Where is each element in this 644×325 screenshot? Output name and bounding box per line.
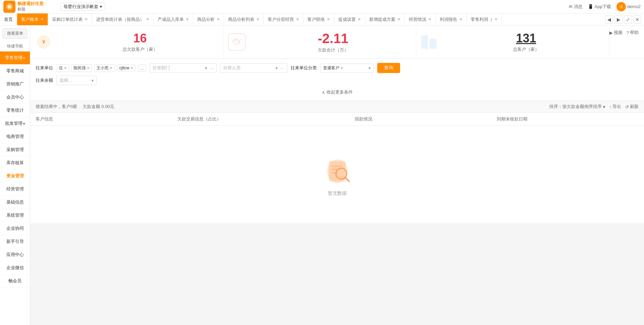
table-header: 客户信息 欠款交易信息（占比） 回款情况 到期未收款日期 <box>30 113 644 126</box>
tab-close-all-button[interactable]: ✕ <box>633 15 641 24</box>
col-header-date: 到期未收款日期 <box>497 116 639 122</box>
tab-close-product-analysis[interactable]: ✕ <box>217 17 220 22</box>
chevron-down-icon: ▾ <box>369 66 371 71</box>
tab-customer-contact[interactable]: 客户联络 ✕ <box>303 13 334 26</box>
dept-clear-icon[interactable]: ··· <box>210 66 214 71</box>
unit-category-select[interactable]: 普通客户 ✕ ▾ <box>320 64 374 73</box>
tag-close-wu[interactable]: ✕ <box>64 66 67 70</box>
message-button[interactable]: ✉ 消息 <box>569 4 583 10</box>
stats-middle-icon <box>227 32 247 52</box>
stats-bar: ¥ 16 总欠款客户（家） -2.11 欠款合计（万） <box>30 26 644 59</box>
tab-retail-profit[interactable]: 零售利润（ ✕ <box>467 13 502 26</box>
sidebar-item-retail[interactable]: 零售管理 ▾ <box>0 51 30 65</box>
sidebar-item-new-guide[interactable]: 新手引导 <box>0 235 30 248</box>
tab-prev-button[interactable]: ◀ <box>605 15 613 24</box>
main-layout: 搜索菜单 快捷导航 零售管理 ▾ 零售商城 营销推广 会员中心 零售统计 批发管… <box>0 26 644 325</box>
sidebar-item-marketing[interactable]: 营销推广 <box>0 78 30 91</box>
nav-tabs: 首页 客户账本 ✕ 采购订单统计表 ✕ 进货单统计表（按商品） ✕ 产成品入库单… <box>0 13 644 26</box>
tab-close-new-promote[interactable]: ✕ <box>397 17 400 22</box>
tab-close-retail[interactable]: ✕ <box>495 17 498 22</box>
sidebar-item-retail-stats[interactable]: 零售统计 <box>0 104 30 117</box>
sidebar-item-inventory[interactable]: 库存核算 <box>0 156 30 170</box>
sidebar-item-vip[interactable]: 畅会员 <box>0 275 30 288</box>
tab-home[interactable]: 首页 <box>0 13 17 26</box>
tab-close-inbound[interactable]: ✕ <box>146 17 149 22</box>
tab-inbound-stats[interactable]: 进货单统计表（按商品） ✕ <box>92 13 154 26</box>
col-header-repay: 回款情况 <box>355 116 497 122</box>
video-link[interactable]: ▶ 视频 <box>609 30 622 36</box>
tab-close-production[interactable]: ✕ <box>186 17 189 22</box>
sort-select[interactable]: 排序：按欠款金额倒序排序 ▾ <box>549 104 605 110</box>
tab-product-analysis-list[interactable]: 商品分析列表 ✕ <box>224 13 264 26</box>
refresh-button[interactable]: ↺ 刷新 <box>625 104 639 110</box>
tab-close-promote[interactable]: ✕ <box>358 17 361 22</box>
tab-operation[interactable]: 经营情况 ✕ <box>405 13 436 26</box>
tab-customer-segment[interactable]: 客户分层经营 ✕ <box>264 13 303 26</box>
sidebar-item-basic-info[interactable]: 基础信息 <box>0 196 30 209</box>
app-download-button[interactable]: 📱 App下载 <box>588 4 611 10</box>
stat-total-customers: 131 总客户（家） <box>443 26 609 58</box>
tab-close-profit[interactable]: ✕ <box>459 17 462 22</box>
tag-close-chen[interactable]: ✕ <box>87 66 90 70</box>
tab-expand-button[interactable]: ⤢ <box>624 15 632 24</box>
search-menu-button[interactable]: 搜索菜单 <box>3 28 27 39</box>
tab-accounts[interactable]: 客户账本 ✕ <box>17 13 48 26</box>
sidebar-quick-nav[interactable]: 快捷导航 <box>0 41 30 51</box>
sidebar-item-retail-mall[interactable]: 零售商城 <box>0 65 30 78</box>
tab-close-operation[interactable]: ✕ <box>428 17 431 22</box>
tab-profit-report[interactable]: 利润报告 ✕ <box>436 13 467 26</box>
empty-state-icon <box>320 153 354 186</box>
sidebar-item-purchase[interactable]: 采购管理 <box>0 143 30 156</box>
sidebar-item-app-center[interactable]: 应用中心 <box>0 248 30 261</box>
workspace-selector[interactable]: 母婴行业演示帐套 ▾ <box>60 3 105 11</box>
question-icon: ? <box>627 30 629 35</box>
sidebar-search-area: 搜索菜单 <box>0 26 30 41</box>
dept-select[interactable]: 分管部门 ▾ ··· <box>149 63 217 73</box>
tag-close-wang[interactable]: ✕ <box>110 66 113 70</box>
collapse-button[interactable]: ∧ 收起更多条件 <box>36 88 639 97</box>
sidebar-item-wechat[interactable]: 企业微信 <box>0 261 30 275</box>
balance-select[interactable]: 选择... ▾ <box>56 76 97 85</box>
content-area: ¥ 16 总欠款客户（家） -2.11 欠款合计（万） <box>30 26 644 325</box>
sidebar-item-wholesale[interactable]: 批发管理 ▾ <box>0 117 30 130</box>
chevron-up-icon: ∧ <box>322 90 325 95</box>
sidebar-item-finance[interactable]: 资金管理 <box>0 170 30 183</box>
filter-area: 往来单位 伍 ✕ 陈民强 ✕ 王小亮 ✕ cjttcw <box>30 59 644 101</box>
tag-close-cjttcw[interactable]: ✕ <box>130 66 133 70</box>
stat-customers-value: 131 <box>516 32 536 45</box>
unit-tag-wang: 王小亮 ✕ <box>94 64 115 72</box>
tab-product-analysis[interactable]: 商品分析 ✕ <box>193 13 224 26</box>
svg-text:畅: 畅 <box>7 4 11 9</box>
tab-new-promote[interactable]: 新增提成方案 ✕ <box>365 13 405 26</box>
tab-close-product-list[interactable]: ✕ <box>256 17 259 22</box>
results-actions: 排序：按欠款金额倒序排序 ▾ ↑ 导出 ↺ 刷新 <box>549 104 639 110</box>
unit-more-button[interactable]: ... <box>138 65 146 72</box>
tab-actions: ◀ ▶ ⤢ ✕ <box>605 15 644 24</box>
export-icon: ↑ <box>609 104 612 109</box>
sidebar: 搜索菜单 快捷导航 零售管理 ▾ 零售商城 营销推广 会员中心 零售统计 批发管… <box>0 26 30 325</box>
sidebar-item-members[interactable]: 会员中心 <box>0 91 30 104</box>
help-link[interactable]: ? 帮助 <box>627 30 639 36</box>
tab-promote-settings[interactable]: 提成设置 ✕ <box>334 13 365 26</box>
tag-close-category[interactable]: ✕ <box>340 66 343 70</box>
export-button[interactable]: ↑ 导出 <box>609 104 621 110</box>
person-select[interactable]: 分管人员 ▾ ··· <box>220 63 287 73</box>
sidebar-item-operations[interactable]: 经营管理 <box>0 183 30 196</box>
person-clear-icon[interactable]: ··· <box>281 66 284 71</box>
sidebar-item-system[interactable]: 系统管理 <box>0 209 30 222</box>
tab-close-contact[interactable]: ✕ <box>327 17 330 22</box>
query-button[interactable]: 查询 <box>377 63 400 73</box>
col-header-debt: 欠款交易信息（占比） <box>177 116 355 122</box>
user-avatar[interactable]: d demo2 <box>616 2 641 11</box>
tab-next-button[interactable]: ▶ <box>614 15 622 24</box>
stat-debtors-label: 总欠款客户（家） <box>123 46 158 52</box>
tab-close-segment[interactable]: ✕ <box>296 17 299 22</box>
sidebar-item-enterprise[interactable]: 企业协同 <box>0 222 30 235</box>
tab-close-purchase[interactable]: ✕ <box>85 17 88 22</box>
empty-state: 暂无数据 <box>30 126 644 223</box>
tab-production[interactable]: 产成品入库单 ✕ <box>154 13 193 26</box>
top-bar: 畅 畅捷通好生意 标版 母婴行业演示帐套 ▾ ✉ 消息 📱 App下载 d de… <box>0 0 644 13</box>
tab-close-accounts[interactable]: ✕ <box>41 17 44 22</box>
sidebar-item-ecommerce[interactable]: 电商管理 <box>0 130 30 143</box>
tab-purchase-orders[interactable]: 采购订单统计表 ✕ <box>48 13 92 26</box>
